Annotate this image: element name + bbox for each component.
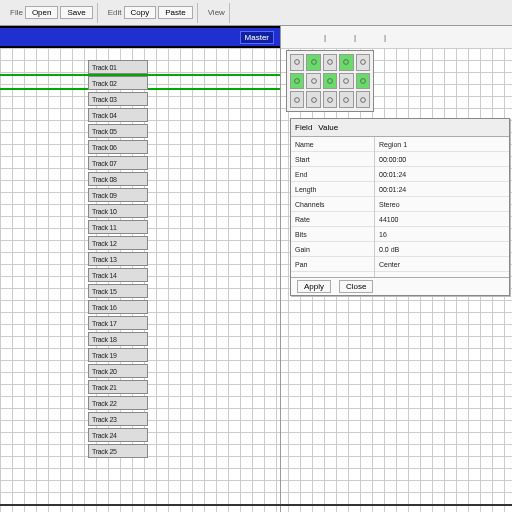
track-label[interactable]: Track 20 <box>88 364 148 378</box>
track-label[interactable]: Track 02 <box>88 76 148 90</box>
track-label[interactable]: Track 09 <box>88 188 148 202</box>
save-button[interactable]: Save <box>60 6 92 19</box>
property-value[interactable]: 00:01:24 <box>375 167 509 182</box>
track-label[interactable]: Track 15 <box>88 284 148 298</box>
track-label[interactable]: Track 12 <box>88 236 148 250</box>
mixer-cell-off[interactable] <box>323 54 337 71</box>
main-toolbar: File Open Save Edit Copy Paste View <box>0 0 512 26</box>
track-label[interactable]: Track 16 <box>88 300 148 314</box>
svg-point-9 <box>360 79 365 84</box>
property-value[interactable]: 0.0 dB <box>375 242 509 257</box>
paste-button[interactable]: Paste <box>158 6 192 19</box>
properties-values: Region 100:00:0000:01:2400:01:24Stereo44… <box>375 137 509 277</box>
property-value[interactable]: Stereo <box>375 197 509 212</box>
copy-button[interactable]: Copy <box>124 6 157 19</box>
knob-icon <box>293 58 301 66</box>
properties-body: NameStartEndLengthChannelsRateBitsGainPa… <box>291 137 509 277</box>
property-key: Channels <box>291 197 374 212</box>
svg-point-7 <box>328 79 333 84</box>
toolbar-label-view: View <box>208 8 225 17</box>
property-value[interactable]: Center <box>375 257 509 272</box>
knob-icon <box>310 77 318 85</box>
svg-point-13 <box>344 97 349 102</box>
track-label[interactable]: Track 22 <box>88 396 148 410</box>
ruler-tick: | <box>324 33 328 42</box>
svg-point-0 <box>295 60 300 65</box>
knob-icon <box>342 77 350 85</box>
mixer-cell-on[interactable] <box>339 54 353 71</box>
property-key: Name <box>291 137 374 152</box>
mixer-cell-off[interactable] <box>323 91 337 108</box>
mixer-panel <box>286 50 374 112</box>
ruler-tick: | <box>384 33 388 42</box>
track-label[interactable]: Track 25 <box>88 444 148 458</box>
properties-header: Field Value <box>291 119 509 137</box>
apply-button[interactable]: Apply <box>297 280 331 293</box>
svg-point-1 <box>311 60 316 65</box>
close-button[interactable]: Close <box>339 280 373 293</box>
svg-point-2 <box>328 60 333 65</box>
status-separator <box>0 504 512 506</box>
mixer-cell-off[interactable] <box>290 91 304 108</box>
track-label[interactable]: Track 05 <box>88 124 148 138</box>
toolbar-group-edit: Edit Copy Paste <box>104 3 198 23</box>
track-label[interactable]: Track 10 <box>88 204 148 218</box>
property-value[interactable]: 16 <box>375 227 509 242</box>
mixer-cell-off[interactable] <box>356 54 370 71</box>
toolbar-label-file: File <box>10 8 23 17</box>
track-label[interactable]: Track 11 <box>88 220 148 234</box>
svg-point-12 <box>328 97 333 102</box>
track-label[interactable]: Track 24 <box>88 428 148 442</box>
svg-point-5 <box>295 79 300 84</box>
pane-separator[interactable] <box>280 26 281 512</box>
track-label[interactable]: Track 18 <box>88 332 148 346</box>
properties-col-value: Value <box>318 123 338 132</box>
mixer-cell-off[interactable] <box>306 73 320 90</box>
mixer-cell-on[interactable] <box>306 54 320 71</box>
mixer-cell-off[interactable] <box>306 91 320 108</box>
toolbar-label-edit: Edit <box>108 8 122 17</box>
mixer-cell-off[interactable] <box>290 54 304 71</box>
open-button[interactable]: Open <box>25 6 59 19</box>
knob-icon <box>310 96 318 104</box>
knob-icon <box>310 58 318 66</box>
property-key: Rate <box>291 212 374 227</box>
property-key: End <box>291 167 374 182</box>
selection-tag: Master <box>240 31 274 44</box>
track-label[interactable]: Track 08 <box>88 172 148 186</box>
property-key: Bits <box>291 227 374 242</box>
mixer-cell-on[interactable] <box>290 73 304 90</box>
track-label[interactable]: Track 03 <box>88 92 148 106</box>
properties-footer: Apply Close <box>291 277 509 295</box>
track-label[interactable]: Track 19 <box>88 348 148 362</box>
track-label[interactable]: Track 07 <box>88 156 148 170</box>
toolbar-group-view: View <box>204 3 230 23</box>
track-label[interactable]: Track 23 <box>88 412 148 426</box>
properties-keys: NameStartEndLengthChannelsRateBitsGainPa… <box>291 137 375 277</box>
property-value[interactable]: Region 1 <box>375 137 509 152</box>
property-key: Start <box>291 152 374 167</box>
property-value[interactable]: 44100 <box>375 212 509 227</box>
track-label[interactable]: Track 14 <box>88 268 148 282</box>
svg-point-10 <box>295 97 300 102</box>
svg-point-8 <box>344 79 349 84</box>
svg-point-14 <box>360 97 365 102</box>
track-label[interactable]: Track 13 <box>88 252 148 266</box>
knob-icon <box>326 77 334 85</box>
knob-icon <box>326 58 334 66</box>
property-value[interactable]: 00:01:24 <box>375 182 509 197</box>
track-label[interactable]: Track 17 <box>88 316 148 330</box>
track-label[interactable]: Track 04 <box>88 108 148 122</box>
mixer-cell-on[interactable] <box>323 73 337 90</box>
track-label[interactable]: Track 01 <box>88 60 148 74</box>
track-label[interactable]: Track 06 <box>88 140 148 154</box>
mixer-cell-off[interactable] <box>339 91 353 108</box>
track-label[interactable]: Track 21 <box>88 380 148 394</box>
property-key: Length <box>291 182 374 197</box>
mixer-cell-on[interactable] <box>356 73 370 90</box>
properties-col-field: Field <box>295 123 312 132</box>
mixer-cell-off[interactable] <box>356 91 370 108</box>
mixer-cell-off[interactable] <box>339 73 353 90</box>
property-value[interactable]: 00:00:00 <box>375 152 509 167</box>
selection-header[interactable]: Master <box>0 26 280 48</box>
